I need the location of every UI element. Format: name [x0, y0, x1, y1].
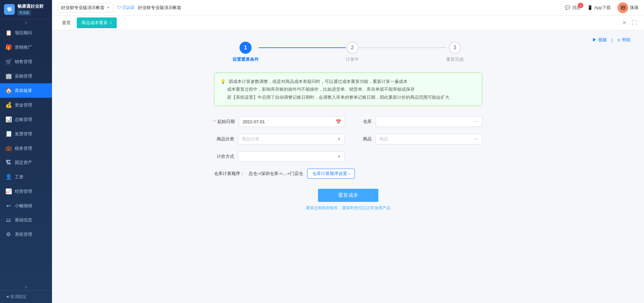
logo-text: 畅康通好业财 专业版: [17, 3, 44, 15]
calc-order-value: 总仓->深圳仓库->...->门店仓: [249, 171, 304, 177]
logo-icon: 畅: [4, 4, 15, 15]
account-selector[interactable]: 好业财专业版演示帐套 ▼: [57, 3, 114, 12]
form-row-1: * 起始日期 2022-07-01 📅 仓库 ···: [214, 116, 482, 127]
phone-icon: 📱: [587, 5, 593, 10]
dropdown-icon: ▼: [337, 137, 341, 141]
basic-icon: 🗂: [5, 217, 11, 223]
info-line3: 若【系统设置】中启用了自动调整记账日期时，会调整入库单的整单记账日期，因此重新计…: [227, 95, 449, 100]
sidebar-item-purchase[interactable]: 🏢 采购管理: [0, 69, 52, 83]
sidebar-item-label: 总账管理: [15, 117, 32, 123]
category-input[interactable]: 商品分类 ▼: [238, 134, 345, 144]
payroll-icon: 👤: [5, 174, 11, 180]
step-2-label: 计算中: [346, 56, 359, 62]
message-icon: 💬: [565, 5, 570, 10]
expand-button[interactable]: ⛶: [631, 18, 639, 27]
sidebar-item-label: 固定资产: [15, 160, 32, 166]
sidebar-item-assets[interactable]: 🏗 固定资产: [0, 156, 52, 170]
sidebar-item-label: 工资: [15, 174, 23, 180]
purchase-icon: 🏢: [5, 73, 11, 79]
info-line1: 因成本计算参数调整，或是对商品成本有疑问时，可以通过成本重算功能，重新计算一遍成…: [229, 79, 408, 84]
sidebar-item-basic[interactable]: 🗂 基础信息: [0, 213, 52, 227]
sidebar-item-inventory[interactable]: 🏠 库存核算: [0, 83, 52, 98]
sidebar-item-marketing[interactable]: 🎁 营销推广: [0, 40, 52, 54]
sidebar-item-invoice[interactable]: 🧾 发票管理: [0, 127, 52, 141]
warehouse-input[interactable]: ···: [376, 116, 482, 127]
message-button[interactable]: 💬 消息 1: [565, 5, 581, 11]
step-3-circle: 3: [449, 42, 461, 54]
sidebar-item-accounting[interactable]: 📊 总账管理: [0, 112, 52, 127]
chevron-down-icon: ▼: [107, 6, 110, 9]
pricing-dropdown-icon: ▼: [337, 155, 341, 159]
sidebar-item-operations[interactable]: 📈 经营管理: [0, 184, 52, 199]
step-3-label: 重算完成: [446, 56, 464, 62]
info-box: 💡 因成本计算参数调整，或是对商品成本有疑问时，可以通过成本重算功能，重新计算一…: [214, 73, 482, 106]
operations-icon: 📈: [5, 188, 11, 194]
step-2-number: 2: [351, 45, 354, 51]
recalc-button[interactable]: 重算成本: [318, 189, 378, 202]
recalc-hint: 重算过程耗时较长，重算时您可以正常使用产品: [214, 205, 482, 211]
sidebar-item-expense[interactable]: ↩ 小畅报销: [0, 199, 52, 213]
step-3-number: 3: [453, 45, 457, 51]
sidebar-item-label: 营销推广: [15, 44, 32, 50]
product-field: 商品 商品 ···: [352, 134, 482, 144]
more-icon: ···: [474, 119, 478, 125]
user-menu[interactable]: 🐻 珠珠: [618, 2, 639, 13]
start-date-input[interactable]: 2022-07-01 📅: [239, 116, 344, 127]
verified-account-name: 好业财专业版演示帐套: [138, 5, 181, 11]
step-1-number: 1: [244, 45, 247, 51]
account-name-text: 好业财专业版演示帐套: [61, 5, 105, 11]
pricing-input[interactable]: ▼: [238, 151, 345, 162]
sidebar: 畅 畅康通好业财 专业版 ▲ 📋 项目顾问 🎁 营销推广 🛒 销售管理 🏢 采购…: [0, 0, 52, 303]
close-button[interactable]: ✕: [621, 18, 628, 27]
calc-order-row: 仓库计算顺序： 总仓->深圳仓库->...->门店仓 仓库计算顺序设置 ›: [214, 169, 482, 179]
sidebar-item-sales[interactable]: 🛒 销售管理: [0, 54, 52, 69]
sidebar-item-project[interactable]: 📋 项目顾问: [0, 26, 52, 40]
calc-order-settings-button[interactable]: 仓库计算顺序设置 ›: [307, 169, 355, 179]
app-download-button[interactable]: 📱 App下载: [587, 5, 611, 11]
project-icon: 📋: [5, 30, 11, 36]
tab-close-icon[interactable]: ×: [110, 20, 112, 25]
pricing-label: 计价方式: [214, 154, 234, 160]
unpin-sidebar[interactable]: ◄ 取消固定: [0, 290, 52, 303]
tab-recalc[interactable]: 商品成本重算 ×: [77, 17, 117, 28]
main-area: 好业财专业版演示帐套 ▼ 🛡 已认证 好业财专业版演示帐套 💬 消息 1 📱 A…: [52, 0, 644, 303]
submit-section: 重算成本 重算过程耗时较长，重算时您可以正常使用产品: [214, 189, 482, 211]
edition-badge: 专业版: [17, 10, 31, 15]
message-badge: 1: [578, 3, 583, 8]
pricing-field: 计价方式 ▼: [214, 151, 345, 162]
required-mark: *: [214, 119, 216, 124]
step-1: 1 设置重算条件: [232, 42, 259, 62]
product-input[interactable]: 商品 ···: [376, 134, 482, 144]
step-3: 3 重算完成: [446, 42, 464, 62]
marketing-icon: 🎁: [5, 44, 11, 50]
content-area: ▶ 视频 | ⊙ 帮助 1 设置重算条件 2 计算中 3: [52, 30, 644, 303]
header-actions: 💬 消息 1 📱 App下载 🐻 珠珠: [565, 2, 639, 13]
sidebar-item-label: 小畅报销: [15, 203, 32, 209]
calc-order-label: 仓库计算顺序：: [214, 171, 245, 177]
tax-icon: 💼: [5, 145, 11, 152]
verified-text: 已认证: [122, 5, 135, 10]
scroll-down[interactable]: ▼: [0, 284, 52, 290]
accounting-icon: 📊: [5, 116, 11, 123]
sidebar-item-label: 销售管理: [15, 59, 32, 65]
sidebar-item-finance[interactable]: 💰 资金管理: [0, 98, 52, 112]
user-name: 珠珠: [630, 5, 639, 11]
step-2-circle: 2: [346, 42, 359, 54]
start-date-value: 2022-07-01: [243, 119, 265, 124]
info-line2: 成本重算过程中，影响库存账的操作均不能操作，比如进货单、销货单、库存单据不能审核…: [227, 87, 415, 92]
sidebar-item-payroll[interactable]: 👤 工资: [0, 170, 52, 184]
scroll-up[interactable]: ▲: [0, 19, 52, 26]
invoice-icon: 🧾: [5, 131, 11, 137]
tab-home[interactable]: 首页: [57, 17, 75, 28]
step-1-label: 设置重算条件: [232, 56, 259, 62]
start-date-field: * 起始日期 2022-07-01 📅: [214, 116, 345, 127]
sidebar-item-system[interactable]: ⚙ 系统管理: [0, 227, 52, 242]
form-section: * 起始日期 2022-07-01 📅 仓库 ···: [214, 116, 482, 211]
system-icon: ⚙: [5, 231, 11, 237]
category-placeholder: 商品分类: [242, 136, 259, 142]
product-placeholder: 商品: [379, 136, 388, 142]
sidebar-item-label: 库存核算: [15, 88, 32, 94]
step-line-1: [259, 47, 346, 48]
sidebar-item-tax[interactable]: 💼 税务管理: [0, 141, 52, 156]
calendar-icon: 📅: [336, 119, 341, 124]
